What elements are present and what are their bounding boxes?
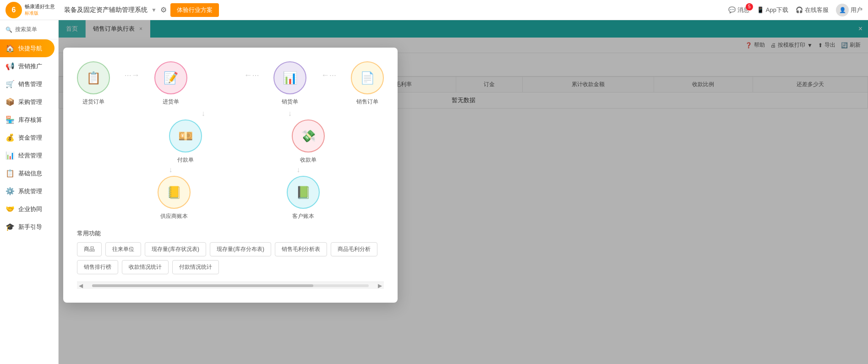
sidebar-item-base-info[interactable]: 📋 基础信息 <box>0 164 58 182</box>
cooperation-icon: 🤝 <box>5 205 15 213</box>
flow-item-purchase-bill[interactable]: 📝 进货单 <box>154 61 187 106</box>
sidebar-item-marketing[interactable]: 📢 营销推广 <box>0 57 58 75</box>
common-btn-partner[interactable]: 往来单位 <box>105 242 141 256</box>
system-title: 装备及固定资产辅助管理系统 <box>64 6 147 14</box>
customer-ledger-label: 客户账本 <box>292 212 314 220</box>
search-icon: 🔍 <box>5 27 12 33</box>
purchase-icon: 📦 <box>5 98 15 106</box>
common-btn-goods[interactable]: 商品 <box>77 242 102 256</box>
user-action[interactable]: 👤 用户 <box>836 4 863 16</box>
inventory-icon: 🏪 <box>5 115 15 124</box>
system-icon: ⚙️ <box>5 187 15 196</box>
common-btn-receipt-stats[interactable]: 收款情况统计 <box>122 260 169 274</box>
top-actions: 💬 消息 5 📱 App下载 🎧 在线客服 👤 用户 <box>728 4 863 16</box>
content-area: 首页 销售订单执行表 × × ❓ 帮助 🖨 按模板打印 ▼ <box>59 20 868 364</box>
flow-item-supplier-ledger[interactable]: 📒 供应商账本 <box>158 176 191 220</box>
common-btns-row2: 销售排行榜 收款情况统计 付款情况统计 <box>77 260 384 274</box>
sidebar-item-newbie[interactable]: 🎓 新手引导 <box>0 218 58 236</box>
modal-box: 📋 进货订单 ···→ 📝 进货单 <box>63 48 398 303</box>
sidebar-item-inventory[interactable]: 🏪 库存核算 <box>0 111 58 129</box>
customer-ledger-icon: 📗 <box>287 176 320 209</box>
search-btn[interactable]: 🔍 搜索菜单 <box>4 24 55 35</box>
app-container: 6 畅康通好生意 标准版 装备及固定资产辅助管理系统 ▼ ⚙ 体验行业方案 💬 … <box>0 0 868 364</box>
common-btn-goods-profit[interactable]: 商品毛利分析 <box>331 242 377 256</box>
arrow-down-receipt: ↓ <box>273 109 306 118</box>
supplier-ledger-label: 供应商账本 <box>160 212 188 220</box>
common-btns-row1: 商品 往来单位 现存量(库存状况表) 现存量(库存分布表) 销售毛利分析表 商品… <box>77 242 384 256</box>
app-download-action[interactable]: 📱 App下载 <box>757 6 788 14</box>
home-icon: 🏠 <box>5 44 15 53</box>
headset-icon: 🎧 <box>796 6 803 13</box>
common-btn-sales-rank[interactable]: 销售排行榜 <box>77 260 118 274</box>
message-badge: 5 <box>746 3 753 11</box>
purchase-bill-icon: 📝 <box>154 61 187 94</box>
purchase-bill-label: 进货单 <box>163 98 179 106</box>
online-service-action[interactable]: 🎧 在线客服 <box>796 6 829 14</box>
sales-bill-label: 销货单 <box>282 98 298 106</box>
flow-item-sales-bill[interactable]: 📊 销货单 <box>273 61 306 106</box>
modal-overlay: 📋 进货订单 ···→ 📝 进货单 <box>59 20 868 364</box>
sales-order-label: 销售订单 <box>356 98 378 106</box>
download-icon: 📱 <box>757 6 764 13</box>
arrow-left-dashed: ←··· <box>244 71 259 80</box>
settings-btn[interactable]: ⚙ <box>160 5 167 14</box>
purchase-order-label: 进货订单 <box>82 98 104 106</box>
newbie-icon: 🎓 <box>5 223 15 231</box>
common-btn-sales-profit[interactable]: 销售毛利分析表 <box>275 242 327 256</box>
app-download-label: App下载 <box>766 6 788 14</box>
flow-item-receipt[interactable]: 💸 收款单 <box>292 120 325 164</box>
scroll-right-arrow[interactable]: ▶ <box>378 283 382 289</box>
logo-area: 6 畅康通好生意 标准版 <box>5 2 64 18</box>
sidebar-item-system[interactable]: ⚙️ 系统管理 <box>0 182 58 200</box>
arrow-down-payment: ↓ <box>196 109 229 118</box>
sidebar: 🔍 搜索菜单 🏠 快捷导航 📢 营销推广 🛒 销售管理 📦 采购管理 <box>0 20 59 364</box>
main-layout: 🔍 搜索菜单 🏠 快捷导航 📢 营销推广 🛒 销售管理 📦 采购管理 <box>0 20 868 364</box>
bottom-scrollbar[interactable]: ◀ ▶ <box>77 282 384 289</box>
marketing-icon: 📢 <box>5 62 15 71</box>
flow-item-payment[interactable]: 💴 付款单 <box>169 120 202 164</box>
purchase-order-icon: 📋 <box>77 61 110 94</box>
avatar: 👤 <box>836 4 849 16</box>
receipt-label: 收款单 <box>300 156 317 164</box>
sales-icon: 🛒 <box>5 80 15 88</box>
message-icon: 💬 <box>728 6 736 13</box>
arrow-left-dashed-2: ←··· <box>321 71 336 80</box>
flow-item-customer-ledger[interactable]: 📗 客户账本 <box>287 176 320 220</box>
sidebar-search: 🔍 搜索菜单 <box>0 20 58 39</box>
logo-icon: 6 <box>5 2 22 18</box>
flow-item-purchase-order[interactable]: 📋 进货订单 <box>77 61 110 106</box>
scroll-left-arrow[interactable]: ◀ <box>79 283 83 289</box>
top-bar: 6 畅康通好生意 标准版 装备及固定资产辅助管理系统 ▼ ⚙ 体验行业方案 💬 … <box>0 0 868 20</box>
common-btn-payment-stats[interactable]: 付款情况统计 <box>172 260 219 274</box>
arrow-down-supplier: ↓ <box>146 166 179 174</box>
sidebar-item-sales[interactable]: 🛒 销售管理 <box>0 75 58 93</box>
scroll-track <box>92 284 369 287</box>
sales-bill-icon: 📊 <box>273 61 306 94</box>
supplier-ledger-icon: 📒 <box>158 176 191 209</box>
logo-text: 畅康通好生意 标准版 <box>25 3 55 16</box>
common-functions-section: 常用功能 商品 往来单位 现存量(库存状况表) 现存量(库存分布表) 销售毛利分… <box>77 229 384 274</box>
arrow-down-customer: ↓ <box>282 166 315 174</box>
sidebar-item-cooperation[interactable]: 🤝 企业协同 <box>0 200 58 218</box>
common-btn-stock-dist[interactable]: 现存量(库存分布表) <box>210 242 271 256</box>
receipt-icon: 💸 <box>292 120 325 152</box>
flow-item-sales-order[interactable]: 📄 销售订单 <box>351 61 384 106</box>
common-functions-title: 常用功能 <box>77 229 384 238</box>
sidebar-item-purchase[interactable]: 📦 采购管理 <box>0 93 58 111</box>
common-btn-stock-status[interactable]: 现存量(库存状况表) <box>145 242 206 256</box>
system-title-area: 装备及固定资产辅助管理系统 ▼ ⚙ 体验行业方案 <box>64 3 728 17</box>
arrow-right-solid: ···→ <box>125 71 140 80</box>
sidebar-item-operations[interactable]: 📊 经营管理 <box>0 147 58 164</box>
online-service-label: 在线客服 <box>805 6 829 14</box>
sidebar-item-finance[interactable]: 💰 资金管理 <box>0 129 58 147</box>
sidebar-item-quick-nav[interactable]: 🏠 快捷导航 <box>0 39 55 57</box>
sales-order-icon: 📄 <box>351 61 384 94</box>
trial-btn[interactable]: 体验行业方案 <box>170 3 219 17</box>
system-dropdown-btn[interactable]: ▼ <box>151 7 157 13</box>
payment-label: 付款单 <box>177 156 194 164</box>
base-info-icon: 📋 <box>5 169 15 178</box>
payment-icon: 💴 <box>169 120 202 152</box>
user-label: 用户 <box>851 6 863 14</box>
operations-icon: 📊 <box>5 151 15 160</box>
message-action[interactable]: 💬 消息 5 <box>728 6 749 14</box>
